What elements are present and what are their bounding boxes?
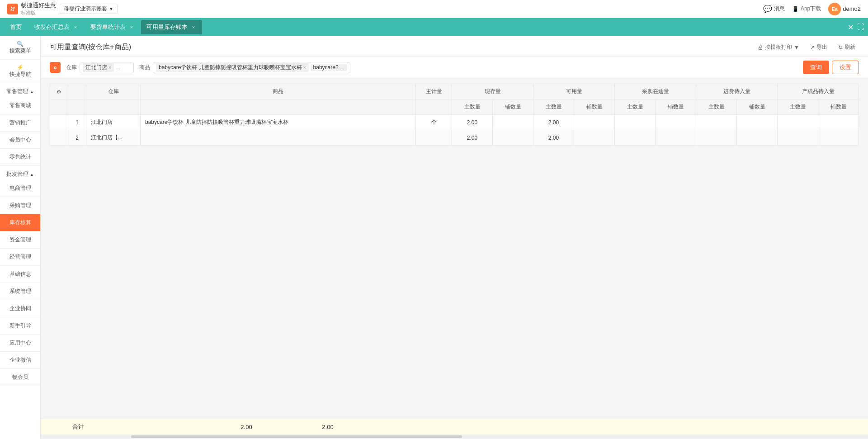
product-filter-group: 商品 babycare学饮杯 儿童防摔防撞吸管杯重力球吸嘴杯宝宝水杯 × bab… — [139, 62, 350, 73]
sidebar-item-app-center-label: 应用中心 — [4, 339, 37, 347]
export-label: 导出 — [816, 43, 827, 51]
sidebar-item-marketing[interactable]: 营销推广 — [0, 114, 40, 132]
sidebar-item-retail-mall-label: 零售商城 — [4, 102, 37, 109]
sidebar-item-sys-mgmt[interactable]: 系统管理 — [0, 283, 40, 300]
th-current-main: 主数量 — [452, 99, 493, 115]
th-purchase-transit: 采购在途量 — [615, 84, 696, 99]
settings-button[interactable]: 设置 — [832, 61, 859, 74]
footer-empty-3 — [185, 424, 226, 430]
tab-order-stats[interactable]: 要货单统计表 × — [85, 20, 140, 34]
warehouse-tag-1-close[interactable]: × — [108, 65, 111, 70]
footer-available-aux — [348, 424, 389, 430]
sidebar-item-ecommerce-label: 电商管理 — [4, 184, 37, 192]
cell-settings-1 — [50, 115, 68, 130]
tab-receive-summary-close[interactable]: × — [72, 24, 79, 30]
tab-order-stats-label: 要货单统计表 — [90, 23, 126, 31]
cell-incoming-aux-2 — [737, 130, 778, 146]
cell-current-main-1: 2.00 — [452, 115, 493, 130]
th-current-aux: 辅数量 — [493, 99, 533, 115]
sidebar-item-basic-info[interactable]: 基础信息 — [0, 266, 40, 283]
sidebar-item-purchase[interactable]: 采购管理 — [0, 197, 40, 214]
sidebar-item-new-guide[interactable]: 新手引导 — [0, 317, 40, 335]
sidebar-item-vip-label: 畅会员 — [4, 373, 37, 381]
app-download-label: App下载 — [801, 5, 821, 13]
tab-available-inventory-close[interactable]: × — [190, 24, 197, 30]
sidebar-item-member[interactable]: 会员中心 — [0, 132, 40, 149]
scrollbar-area — [41, 434, 868, 439]
sidebar-item-enterprise-wechat[interactable]: 企业微信 — [0, 352, 40, 369]
sidebar-item-inventory[interactable]: 库存核算 — [0, 214, 40, 231]
sidebar-item-new-guide-label: 新手引导 — [4, 322, 37, 330]
cell-available-aux-1 — [574, 115, 615, 130]
table-wrapper: ⚙ 仓库 商品 主计量 现存量 可用量 采购在途量 进货待入量 产成品待入量 — [41, 78, 868, 419]
table-row: 2 江北门店【... 2.00 2.00 — [50, 130, 859, 146]
sidebar-item-search-label: 搜索菜单 — [4, 47, 37, 55]
message-label: 消息 — [774, 5, 785, 13]
sidebar-item-nav[interactable]: ⚡ 快捷导航 — [0, 60, 40, 83]
export-button[interactable]: ↗ 导出 — [807, 42, 831, 53]
product-filter-input[interactable]: babycare学饮杯 儿童防摔防撞吸管杯重力球吸嘴杯宝宝水杯 × babyca… — [153, 62, 350, 73]
scrollbar-track[interactable] — [131, 435, 462, 438]
sidebar-item-retail-stats-label: 零售统计 — [4, 153, 37, 161]
chevron-up-icon: ▲ — [30, 90, 34, 94]
close-all-tabs-button[interactable]: ✕ — [848, 23, 854, 32]
tab-receive-summary[interactable]: 收发存汇总表 × — [29, 20, 84, 34]
sidebar-item-retail-stats[interactable]: 零售统计 — [0, 149, 40, 166]
warehouse-tag-1-label: 江北门店 — [85, 64, 107, 71]
th-finished-main: 主数量 — [778, 99, 818, 115]
sidebar-item-enterprise[interactable]: 企业协同 — [0, 300, 40, 317]
product-tag-1: babycare学饮杯 儿童防摔防撞吸管杯重力球吸嘴杯宝宝水杯 × — [156, 63, 309, 72]
sidebar-item-search[interactable]: 🔍 搜索菜单 — [0, 36, 40, 60]
warehouse-filter-group: 仓库 江北门店 × ... — [66, 62, 134, 73]
th-warehouse: 仓库 — [86, 84, 141, 99]
sidebar-item-vip[interactable]: 畅会员 — [0, 369, 40, 386]
warehouse-filter-more[interactable]: ... — [116, 64, 120, 71]
warehouse-select[interactable]: 母婴行业演示账套 ▼ — [60, 4, 118, 14]
sidebar-item-wholesale-mgmt[interactable]: 批发管理 ▲ — [0, 166, 40, 180]
filter-actions: 查询 设置 — [803, 61, 859, 74]
tab-available-inventory[interactable]: 可用量库存账本 × — [141, 20, 202, 34]
page-header: 可用量查询(按仓库+商品) 🖨 按模板打印 ▼ ↗ 导出 ↻ 刷新 — [41, 36, 868, 57]
th-settings[interactable]: ⚙ — [50, 84, 68, 99]
avatar: Ea — [828, 3, 841, 15]
print-button[interactable]: 🖨 按模板打印 ▼ — [754, 42, 803, 53]
th-incoming-aux: 辅数量 — [737, 99, 778, 115]
maximize-button[interactable]: ⛶ — [857, 23, 864, 31]
tab-bar-right: ✕ ⛶ — [848, 23, 864, 32]
footer-available-main: 2.00 — [307, 424, 348, 430]
product-tag-1-close[interactable]: × — [303, 65, 306, 70]
sidebar-item-purchase-label: 采购管理 — [4, 202, 37, 209]
th-finished-aux: 辅数量 — [818, 99, 859, 115]
th-sub-warehouse — [86, 99, 141, 115]
print-label: 按模板打印 — [765, 43, 792, 51]
warehouse-filter-input[interactable]: 江北门店 × ... — [80, 62, 134, 73]
sidebar-item-finance[interactable]: 资金管理 — [0, 231, 40, 249]
app-download-button[interactable]: 📱 App下载 — [792, 5, 821, 13]
refresh-button[interactable]: ↻ 刷新 — [835, 42, 859, 53]
tab-home[interactable]: 首页 — [4, 20, 28, 34]
sidebar-item-operations-label: 经营管理 — [4, 253, 37, 261]
sidebar-item-ecommerce[interactable]: 电商管理 — [0, 180, 40, 197]
sidebar-item-operations[interactable]: 经营管理 — [0, 249, 40, 266]
product-tag-2-more[interactable]: ... — [340, 64, 344, 71]
cell-warehouse-2: 江北门店【... — [86, 130, 141, 146]
user-profile[interactable]: Ea demo2 — [828, 3, 861, 15]
footer-label: 合计 — [50, 423, 104, 431]
sidebar-item-retail-mgmt[interactable]: 零售管理 ▲ — [0, 83, 40, 97]
cell-finished-aux-1 — [818, 115, 859, 130]
tab-order-stats-close[interactable]: × — [128, 24, 135, 30]
cell-purchase-transit-main-1 — [615, 115, 656, 130]
th-available: 可用量 — [533, 84, 615, 99]
query-button[interactable]: 查询 — [803, 61, 829, 74]
footer-current-aux — [267, 424, 307, 430]
th-main-unit: 主计量 — [416, 84, 452, 99]
cell-purchase-transit-main-2 — [615, 130, 656, 146]
sidebar-item-app-center[interactable]: 应用中心 — [0, 335, 40, 352]
cell-available-main-1: 2.00 — [533, 115, 574, 130]
content-area: 可用量查询(按仓库+商品) 🖨 按模板打印 ▼ ↗ 导出 ↻ 刷新 » — [41, 36, 868, 439]
refresh-label: 刷新 — [844, 43, 855, 51]
message-button[interactable]: 💬 消息 — [763, 5, 785, 13]
filter-expand-button[interactable]: » — [50, 62, 61, 73]
sidebar-item-retail-mall[interactable]: 零售商城 — [0, 97, 40, 114]
brand-logo: 好 畅捷通好生意 标准版 — [7, 1, 56, 16]
